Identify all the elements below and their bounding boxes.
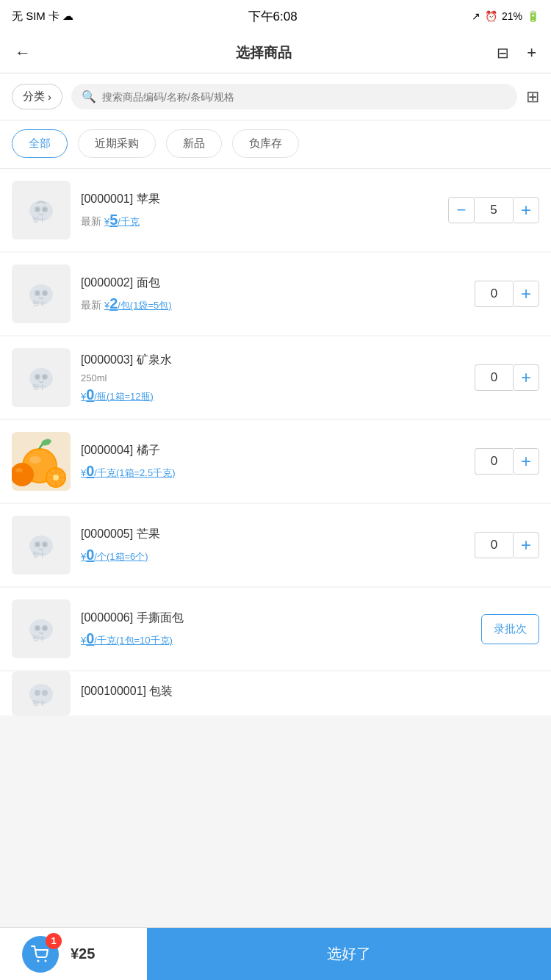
decrease-button-1[interactable]: − [448, 197, 475, 223]
product-name-1: [0000001] 苹果 [81, 192, 438, 207]
nav-bar: ← 选择商品 ⊟ + [0, 32, 551, 73]
svg-point-36 [43, 543, 46, 546]
search-input[interactable] [102, 91, 507, 103]
product-info-5: [0000005] 芒果 ¥0/个(1箱=6个) [81, 527, 464, 563]
product-info-1: [0000001] 苹果 最新 ¥5/千克 [81, 192, 438, 228]
batch-button-6[interactable]: 录批次 [481, 614, 539, 644]
product-name-7: [000100001] 包装 [81, 684, 539, 699]
svg-point-16 [43, 375, 46, 378]
svg-point-9 [36, 292, 39, 295]
status-bar: 无 SIM 卡 ☁ 下午6:08 ↗ ⏰ 21% 🔋 [0, 0, 551, 32]
battery-text: 21% [502, 10, 522, 22]
svg-point-46 [42, 690, 48, 696]
filter-icon[interactable]: ⊟ [497, 44, 509, 62]
svg-point-15 [36, 375, 39, 378]
table-row: 智十 [0000005] 芒果 ¥0/个(1箱=6个) + [0, 504, 551, 586]
tab-negative-stock[interactable]: 负库存 [232, 129, 299, 158]
product-info-6: [0000006] 手撕面包 ¥0/千克(1包=10千克) [81, 610, 471, 647]
cart-section: 1 ¥25 [0, 936, 147, 973]
add-icon[interactable]: + [527, 43, 536, 62]
product-info-2: [0000002] 面包 最新 ¥2/包(1袋=5包) [81, 275, 464, 312]
increase-button-3[interactable]: + [513, 364, 539, 391]
bottom-bar: 1 ¥25 选好了 [0, 927, 551, 980]
svg-point-10 [43, 292, 46, 295]
alarm-icon: ⏰ [485, 10, 497, 22]
table-row: [0000004] 橘子 ¥0/千克(1箱=2.5千克) + [0, 420, 551, 502]
quantity-input-1[interactable] [475, 197, 513, 223]
tab-row: 全部 近期采购 新品 负库存 [0, 120, 551, 169]
status-time: 下午6:08 [248, 8, 298, 25]
status-right: ↗ ⏰ 21% 🔋 [472, 10, 539, 22]
product-image-2: 智十 [12, 264, 71, 323]
svg-point-3 [36, 208, 39, 211]
product-image-1: 智十 [12, 181, 71, 239]
quantity-input-4[interactable] [475, 448, 513, 475]
svg-point-48 [37, 959, 40, 962]
product-price-2: 最新 ¥2/包(1袋=5包) [81, 295, 464, 312]
quantity-control-1: − + [448, 197, 539, 223]
product-info-3: [0000003] 矿泉水 250ml ¥0/瓶(1箱=12瓶) [81, 353, 464, 403]
svg-point-4 [43, 208, 46, 211]
confirm-button[interactable]: 选好了 [147, 928, 551, 981]
category-button[interactable]: 分类 › [12, 84, 62, 109]
svg-point-49 [45, 959, 47, 962]
product-price-4: ¥0/千克(1箱=2.5千克) [81, 463, 464, 480]
product-price-1: 最新 ¥5/千克 [81, 212, 438, 228]
battery-icon: 🔋 [527, 10, 539, 22]
increase-button-5[interactable]: + [513, 532, 539, 558]
table-row: 智十 [0000003] 矿泉水 250ml ¥0/瓶(1箱=12瓶) + [0, 336, 551, 419]
svg-text:智十: 智十 [32, 300, 46, 307]
product-info-7: [000100001] 包装 [81, 684, 539, 704]
svg-text:智十: 智十 [32, 383, 46, 391]
svg-point-24 [15, 468, 23, 472]
category-label: 分类 [23, 90, 45, 104]
table-row: 智十 [0000006] 手撕面包 ¥0/千克(1包=10千克) 录批次 [0, 588, 551, 670]
quantity-input-3[interactable] [475, 364, 513, 391]
quantity-input-2[interactable] [475, 281, 513, 307]
product-price-5: ¥0/个(1箱=6个) [81, 547, 464, 563]
page-title: 选择商品 [236, 43, 292, 62]
product-name-2: [0000002] 面包 [81, 275, 464, 291]
product-spec-3: 250ml [81, 372, 464, 383]
cart-badge: 1 [46, 933, 62, 949]
quantity-input-5[interactable] [475, 532, 513, 558]
product-name-4: [0000004] 橘子 [81, 443, 464, 458]
svg-text:智十: 智十 [32, 699, 46, 707]
chevron-right-icon: › [48, 90, 51, 103]
product-list: 智十 [0000001] 苹果 最新 ¥5/千克 − + [0, 169, 551, 770]
product-price-3: ¥0/瓶(1箱=12瓶) [81, 386, 464, 403]
increase-button-2[interactable]: + [513, 281, 539, 307]
product-name-6: [0000006] 手撕面包 [81, 610, 471, 626]
table-row: 智十 [000100001] 包装 [0, 671, 551, 716]
quantity-control-3: + [475, 364, 539, 391]
product-image-5: 智十 [12, 516, 71, 574]
increase-button-4[interactable]: + [513, 448, 539, 475]
svg-text:智十: 智十 [32, 216, 46, 223]
tab-new[interactable]: 新品 [166, 129, 222, 158]
tab-recent[interactable]: 近期采购 [78, 129, 156, 158]
svg-point-31 [53, 475, 59, 480]
product-image-3: 智十 [12, 348, 71, 407]
tab-all[interactable]: 全部 [12, 129, 68, 158]
product-price-6: ¥0/千克(1包=10千克) [81, 630, 471, 647]
cart-button[interactable]: 1 [22, 936, 59, 973]
cart-total: ¥25 [71, 945, 95, 962]
quantity-control-5: + [475, 532, 539, 558]
product-image-7: 智十 [12, 671, 71, 716]
product-name-3: [0000003] 矿泉水 [81, 353, 464, 368]
product-image-6: 智十 [12, 599, 71, 658]
increase-button-1[interactable]: + [513, 197, 539, 223]
nav-right-actions: ⊟ + [497, 43, 536, 62]
product-name-5: [0000005] 芒果 [81, 527, 464, 542]
svg-point-45 [35, 690, 40, 696]
svg-point-35 [36, 543, 39, 546]
svg-text:智十: 智十 [32, 551, 46, 558]
scan-icon[interactable]: ⊞ [526, 87, 539, 107]
table-row: 智十 [0000001] 苹果 最新 ¥5/千克 − + [0, 169, 551, 251]
quantity-control-2: + [475, 281, 539, 307]
product-info-4: [0000004] 橘子 ¥0/千克(1箱=2.5千克) [81, 443, 464, 480]
svg-point-21 [29, 456, 41, 464]
status-left: 无 SIM 卡 ☁ [12, 10, 73, 24]
back-button[interactable]: ← [15, 43, 31, 62]
search-icon: 🔍 [82, 90, 96, 104]
